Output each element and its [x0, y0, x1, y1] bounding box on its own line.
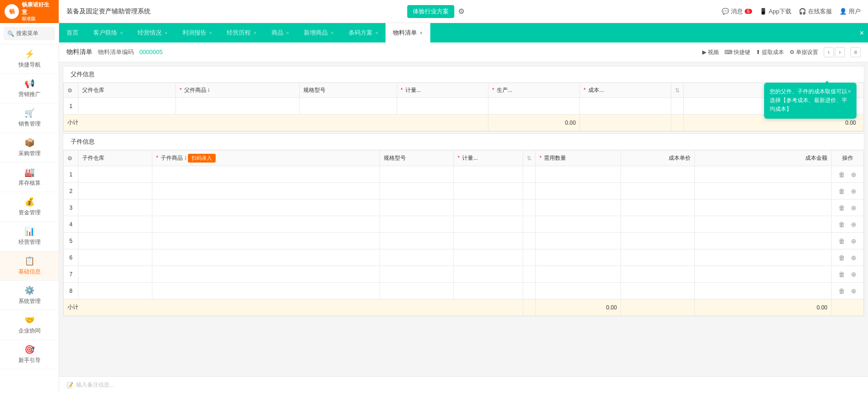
tab-close-new-product[interactable]: × — [331, 30, 333, 36]
tab-close-profit[interactable]: × — [209, 30, 212, 36]
child-row7-warehouse[interactable] — [78, 266, 152, 283]
child-row2-spec[interactable] — [380, 183, 453, 200]
copy-row2-button[interactable]: ⊕ — [849, 186, 859, 196]
scan-input-button[interactable]: 扫码录入 — [188, 154, 216, 163]
parent-settings-icon[interactable]: ⚙ — [67, 87, 72, 94]
parent-cost-cell[interactable] — [580, 98, 671, 115]
sidebar-item-finance[interactable]: 💰 资金管理 — [0, 192, 59, 222]
child-row8-cost-amount[interactable] — [695, 283, 832, 299]
single-setting-button[interactable]: ⚙ 单据设置 — [790, 48, 818, 56]
shortcut-button[interactable]: ⌨ 快捷键 — [724, 48, 750, 56]
sidebar-item-purchase[interactable]: 📦 采购管理 — [0, 133, 59, 163]
tab-history[interactable]: 经营历程 × — [219, 23, 264, 42]
child-row5-product[interactable] — [152, 233, 380, 249]
child-row5-spec[interactable] — [380, 233, 453, 249]
view-video-button[interactable]: ▶ 视频 — [702, 48, 719, 56]
child-row5-warehouse[interactable] — [78, 233, 152, 249]
prev-record-button[interactable]: ‹ — [824, 47, 834, 57]
child-row8-spec[interactable] — [380, 283, 453, 299]
child-row3-spec[interactable] — [380, 200, 453, 216]
child-row3-product[interactable] — [152, 200, 380, 216]
parent-product-cell[interactable] — [176, 98, 299, 115]
child-row7-qty[interactable] — [536, 266, 621, 283]
child-row1-unit[interactable] — [454, 166, 523, 183]
child-row4-unit[interactable] — [454, 216, 523, 233]
tab-home[interactable]: 首页 — [59, 23, 86, 42]
tab-customer[interactable]: 客户联络 × — [86, 23, 130, 42]
child-row1-warehouse[interactable] — [78, 166, 152, 183]
child-row5-qty[interactable] — [536, 233, 621, 249]
close-all-tabs[interactable]: ✕ — [856, 30, 868, 36]
child-row6-warehouse[interactable] — [78, 249, 152, 266]
parent-unit-cell[interactable] — [397, 98, 488, 115]
parent-product-info-icon[interactable]: ℹ — [208, 87, 210, 93]
child-row7-spec[interactable] — [380, 266, 453, 283]
tab-close-product[interactable]: × — [286, 30, 289, 36]
delete-row6-button[interactable]: 🗑 — [837, 253, 847, 263]
copy-row1-button[interactable]: ⊕ — [849, 169, 859, 180]
child-row5-cost-amount[interactable] — [695, 233, 832, 249]
child-row8-unit-cost[interactable] — [621, 283, 695, 299]
message-button[interactable]: 💬 消息 6 — [722, 7, 752, 16]
child-row2-unit-cost[interactable] — [621, 183, 695, 200]
search-menu-button[interactable]: 🔍 搜索菜单 — [4, 27, 55, 40]
parent-spec-cell[interactable] — [299, 98, 397, 115]
tab-product[interactable]: 商品 × — [264, 23, 296, 42]
user-menu-button[interactable]: 👤 用户 — [839, 7, 861, 16]
child-row6-product[interactable] — [152, 249, 380, 266]
child-row3-cost-amount[interactable] — [695, 200, 832, 216]
sidebar-item-basic[interactable]: 📋 基础信息 — [0, 251, 59, 281]
child-row7-unit-cost[interactable] — [621, 266, 695, 283]
copy-row8-button[interactable]: ⊕ — [849, 286, 859, 296]
child-row6-qty[interactable] — [536, 249, 621, 266]
child-row8-product[interactable] — [152, 283, 380, 299]
delete-row7-button[interactable]: 🗑 — [837, 269, 847, 279]
child-row3-unit[interactable] — [454, 200, 523, 216]
child-row3-qty[interactable] — [536, 200, 621, 216]
extract-cost-button[interactable]: ⬆ 提取成本 — [756, 48, 784, 56]
child-row2-warehouse[interactable] — [78, 183, 152, 200]
settings-icon[interactable]: ⚙ — [458, 7, 464, 16]
delete-row4-button[interactable]: 🗑 — [837, 219, 847, 230]
child-row4-warehouse[interactable] — [78, 216, 152, 233]
copy-row3-button[interactable]: ⊕ — [849, 203, 859, 213]
child-row1-unit-cost[interactable] — [621, 166, 695, 183]
child-row1-spec[interactable] — [380, 166, 453, 183]
sidebar-item-operations[interactable]: 📊 经营管理 — [0, 222, 59, 251]
tab-barcode[interactable]: 条码方案 × — [341, 23, 386, 42]
sidebar-item-guide[interactable]: 🎯 新手引导 — [0, 340, 59, 369]
child-row5-unit[interactable] — [454, 233, 523, 249]
copy-row7-button[interactable]: ⊕ — [849, 269, 859, 279]
child-row8-warehouse[interactable] — [78, 283, 152, 299]
child-row3-warehouse[interactable] — [78, 200, 152, 216]
parent-produced-cell[interactable] — [488, 98, 579, 115]
child-row4-cost-amount[interactable] — [695, 216, 832, 233]
delete-row8-button[interactable]: 🗑 — [837, 286, 847, 296]
tab-close-history[interactable]: × — [253, 30, 256, 36]
child-row1-cost-amount[interactable] — [695, 166, 832, 183]
delete-row1-button[interactable]: 🗑 — [837, 169, 847, 180]
note-hint[interactable]: 输入备注信息... — [76, 381, 114, 389]
child-row6-unit-cost[interactable] — [621, 249, 695, 266]
child-row4-spec[interactable] — [380, 216, 453, 233]
tooltip-close-button[interactable]: × — [848, 87, 851, 96]
delete-row3-button[interactable]: 🗑 — [837, 203, 847, 213]
child-row5-unit-cost[interactable] — [621, 233, 695, 249]
experience-button[interactable]: 体验行业方案 — [407, 5, 454, 18]
tab-new-product[interactable]: 新增商品 × — [296, 23, 341, 42]
child-row7-unit[interactable] — [454, 266, 523, 283]
copy-row5-button[interactable]: ⊕ — [849, 236, 859, 246]
copy-row4-button[interactable]: ⊕ — [849, 219, 859, 230]
child-row2-cost-amount[interactable] — [695, 183, 832, 200]
child-row7-cost-amount[interactable] — [695, 266, 832, 283]
child-row6-cost-amount[interactable] — [695, 249, 832, 266]
tab-close-customer[interactable]: × — [120, 30, 123, 36]
child-product-info-icon[interactable]: ℹ — [185, 155, 187, 161]
child-row8-unit[interactable] — [454, 283, 523, 299]
tab-operations[interactable]: 经营情况 × — [130, 23, 175, 42]
child-row2-qty[interactable] — [536, 183, 621, 200]
child-row7-product[interactable] — [152, 266, 380, 283]
tab-close-barcode[interactable]: × — [375, 30, 378, 36]
sidebar-item-system[interactable]: ⚙️ 系统管理 — [0, 281, 59, 310]
copy-row6-button[interactable]: ⊕ — [849, 253, 859, 263]
